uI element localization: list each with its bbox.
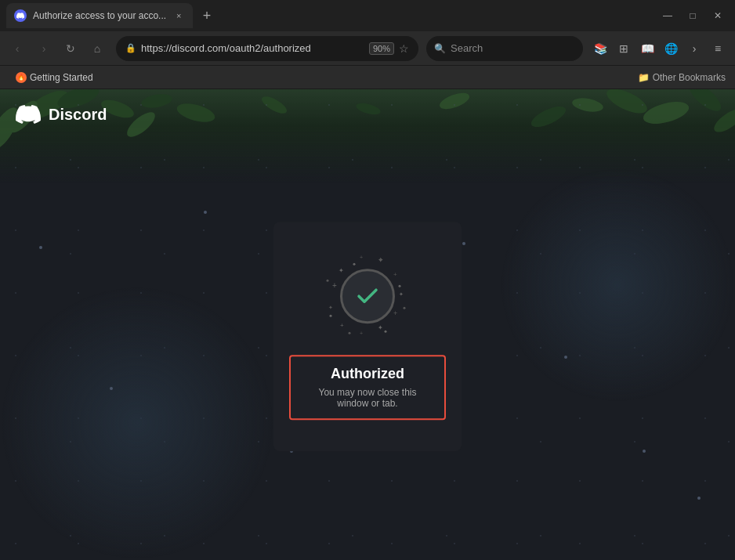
- svg-text:+: +: [360, 331, 363, 336]
- dot-8: [697, 497, 701, 500]
- svg-text:+: +: [393, 271, 397, 278]
- minimize-button[interactable]: —: [657, 5, 679, 27]
- dot-6: [564, 356, 567, 359]
- bookmarks-bar: 🔥 Getting Started 📁 Other Bookmarks: [0, 66, 735, 89]
- svg-point-29: [380, 258, 382, 260]
- svg-text:✦: ✦: [328, 305, 333, 310]
- dot-2: [110, 387, 113, 390]
- auth-text-box: Authorized You may now close this window…: [289, 355, 446, 420]
- other-bookmarks[interactable]: 📁 Other Bookmarks: [638, 72, 726, 83]
- checkmark-svg: [354, 283, 381, 309]
- extensions-icon[interactable]: ›: [683, 38, 705, 60]
- bg-blob-right: [500, 168, 735, 403]
- navigation-bar: ‹ › ↻ ⌂ 🔒 https://discord.com/oauth2/aut…: [0, 31, 735, 66]
- svg-text:+: +: [340, 322, 344, 329]
- svg-point-30: [399, 284, 401, 287]
- bookmarks-icon[interactable]: 📚: [589, 38, 611, 60]
- back-button[interactable]: ‹: [6, 38, 28, 60]
- shield-icon: 🔒: [125, 43, 136, 53]
- dot-5: [462, 242, 465, 245]
- bookmark-favicon: 🔥: [16, 72, 27, 83]
- page-content: Discord + ✦ + ✦ + ✦ + ✦ + + ✦: [0, 89, 735, 560]
- search-bar[interactable]: 🔍 Search: [426, 36, 583, 61]
- dot-3: [204, 211, 207, 214]
- home-button[interactable]: ⌂: [86, 38, 108, 60]
- discord-logo: Discord: [16, 105, 107, 124]
- profile-icon[interactable]: 🌐: [660, 38, 682, 60]
- address-bar[interactable]: 🔒 https://discord.com/oauth2/authorized …: [116, 36, 418, 61]
- url-display: https://discord.com/oauth2/authorized: [141, 42, 364, 54]
- tab-title-text: Authorize access to your acco...: [33, 10, 166, 21]
- new-tab-button[interactable]: +: [196, 5, 218, 27]
- svg-text:✦: ✦: [339, 267, 344, 274]
- zoom-level[interactable]: 90%: [369, 42, 394, 55]
- check-circle: [340, 269, 395, 323]
- settings-menu-icon[interactable]: ≡: [707, 38, 729, 60]
- browser-tab[interactable]: Authorize access to your acco... ×: [6, 3, 193, 28]
- tab-favicon: [14, 9, 27, 22]
- auth-card: + ✦ + ✦ + ✦ + ✦ + + ✦: [273, 222, 462, 451]
- tab-collections-icon[interactable]: ⊞: [613, 38, 635, 60]
- bookmark-getting-started[interactable]: 🔥 Getting Started: [9, 70, 100, 85]
- bookmark-star-icon[interactable]: ☆: [399, 42, 409, 55]
- svg-text:✦: ✦: [399, 291, 404, 297]
- bg-blob-left: [0, 286, 274, 560]
- window-controls: — □ ✕: [657, 5, 729, 27]
- maximize-button[interactable]: □: [682, 5, 704, 27]
- tab-close-button[interactable]: ×: [172, 9, 185, 22]
- reading-view-icon[interactable]: 📖: [636, 38, 658, 60]
- svg-point-28: [353, 262, 356, 265]
- discord-name-text: Discord: [49, 106, 107, 124]
- svg-text:+: +: [360, 255, 363, 260]
- svg-point-33: [349, 331, 351, 334]
- svg-point-34: [330, 314, 332, 316]
- search-label: Search: [451, 42, 483, 54]
- check-container: + ✦ + ✦ + ✦ + ✦ + + ✦: [324, 253, 411, 339]
- auth-subtitle: You may now close this window or tab.: [306, 387, 429, 409]
- title-bar: Authorize access to your acco... × + — □…: [0, 0, 735, 31]
- close-button[interactable]: ✕: [707, 5, 729, 27]
- svg-text:+: +: [332, 281, 337, 290]
- dot-1: [39, 246, 42, 249]
- discord-icon-svg: [16, 105, 41, 124]
- browser-window: Authorize access to your acco... × + — □…: [0, 0, 735, 560]
- svg-point-32: [385, 330, 387, 332]
- forward-button[interactable]: ›: [33, 38, 55, 60]
- svg-text:+: +: [393, 309, 397, 317]
- svg-point-31: [404, 306, 406, 309]
- other-bookmarks-icon: 📁: [638, 72, 650, 83]
- dot-7: [643, 450, 646, 453]
- other-bookmarks-label: Other Bookmarks: [653, 72, 726, 83]
- auth-title: Authorized: [306, 366, 429, 382]
- svg-point-35: [327, 279, 329, 281]
- svg-text:✦: ✦: [378, 324, 383, 331]
- bookmark-label: Getting Started: [30, 72, 93, 83]
- nav-icons-group: 📚 ⊞ 📖 🌐 › ≡: [589, 38, 729, 60]
- search-icon: 🔍: [434, 43, 446, 54]
- refresh-button[interactable]: ↻: [60, 38, 81, 60]
